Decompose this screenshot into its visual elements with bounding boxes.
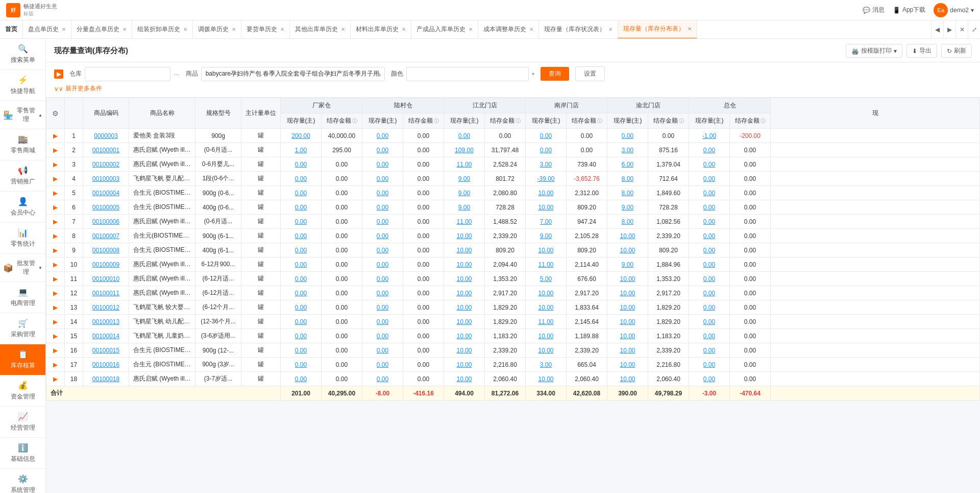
query-btn[interactable]: 查询 xyxy=(541,67,569,81)
row-expand[interactable]: ▶ xyxy=(46,300,65,315)
row-current xyxy=(771,143,980,157)
nav-arrows: ◀ ▶ ✕ ⤢ xyxy=(931,20,980,39)
tab-stock-status[interactable]: 现存量（库存状况表） ✕ xyxy=(539,20,618,39)
refresh-btn[interactable]: ↻ 刷新 xyxy=(941,44,972,58)
sidebar-item-inventory[interactable]: 📋 库存核算 xyxy=(0,344,45,375)
warehouse-input[interactable] xyxy=(85,67,170,81)
row-expand[interactable]: ▶ xyxy=(46,315,65,329)
row-total-amt: 0.00 xyxy=(730,272,771,286)
close-icon[interactable]: ✕ xyxy=(688,26,692,32)
row-current xyxy=(771,300,980,315)
row-yubei-amt: 1,183.20 xyxy=(648,329,689,343)
close-icon[interactable]: ✕ xyxy=(62,27,66,32)
sidebar-item-retail-mall[interactable]: 🏬 零售商城 xyxy=(0,129,45,160)
row-name: 惠氏启赋 (Wyeth illu... xyxy=(129,372,195,386)
close-icon[interactable]: ✕ xyxy=(608,27,612,32)
row-name: 合生元 (BIOSTIME) ... xyxy=(129,186,195,200)
row-nanan-amt: 739.40 xyxy=(567,157,607,172)
row-expand[interactable]: ▶ xyxy=(46,229,65,243)
row-jiangbei-qty: 10.00 xyxy=(444,286,485,300)
tab-materialout[interactable]: 材料出库单历史 ✕ xyxy=(351,20,411,39)
color-input[interactable] xyxy=(406,67,529,81)
row-expand[interactable]: ▶ xyxy=(46,358,65,372)
sidebar-item-nav[interactable]: ⚡ 快捷导航 xyxy=(0,70,45,101)
user-menu[interactable]: Ea demo2 ▾ xyxy=(934,3,974,17)
close-icon[interactable]: ✕ xyxy=(280,27,284,32)
row-nanan-amt: 665.04 xyxy=(567,358,607,372)
sidebar-item-wholesale[interactable]: 📦 批发管理 ▼ xyxy=(0,254,45,282)
product-input[interactable] xyxy=(201,67,385,81)
row-jiangbei-amt: 2,080.80 xyxy=(485,186,526,200)
tab-cost-adj[interactable]: 成本调整单历史 ✕ xyxy=(478,20,539,39)
row-total-amt: 0.00 xyxy=(730,186,771,200)
sidebar-item-retail-stats[interactable]: 📊 零售统计 xyxy=(0,223,45,254)
row-expand[interactable]: ▶ xyxy=(46,343,65,358)
export-btn[interactable]: ⬇ 导出 xyxy=(906,44,937,58)
close-icon[interactable]: ✕ xyxy=(232,27,236,32)
expand-filter-btn[interactable]: ▶ xyxy=(54,69,63,79)
nav-next-btn[interactable]: ▶ xyxy=(943,20,955,39)
row-expand[interactable]: ▶ xyxy=(46,243,65,257)
app-download-btn[interactable]: 📱 App下载 xyxy=(893,6,925,14)
sidebar-item-biz-mgmt[interactable]: 📈 经营管理 xyxy=(0,407,45,438)
row-seq: 7 xyxy=(65,215,83,229)
sidebar-item-ecommerce[interactable]: 💻 电商管理 xyxy=(0,282,45,313)
tab-zuhe[interactable]: 组装折卸单历史 ✕ xyxy=(132,20,193,39)
tab-stock-dist[interactable]: 现存量（库存分布表） ✕ xyxy=(618,20,697,39)
tab-diaob[interactable]: 调拨单历史 ✕ xyxy=(193,20,241,39)
nav-expand-btn[interactable]: ⤢ xyxy=(968,20,980,39)
message-btn[interactable]: 💬 消息 xyxy=(863,6,885,14)
row-total-qty: 0.00 xyxy=(689,272,730,286)
row-expand[interactable]: ▶ xyxy=(46,215,65,229)
row-expand[interactable]: ▶ xyxy=(46,172,65,186)
table-container[interactable]: ⚙ 商品编码 商品名称 规格型号 主计量单位 厂家仓 陆村仓 江北门店 南岸门店… xyxy=(46,98,980,493)
sidebar-item-marketing[interactable]: 📢 营销推广 xyxy=(0,160,45,192)
sidebar-item-basic-info[interactable]: ℹ️ 基础信息 xyxy=(0,438,45,469)
tab-otherout[interactable]: 其他出库单历史 ✕ xyxy=(290,20,351,39)
sidebar-item-purchase[interactable]: 🛒 采购管理 xyxy=(0,313,45,344)
row-expand[interactable]: ▶ xyxy=(46,372,65,386)
nav-close-btn[interactable]: ✕ xyxy=(955,20,968,39)
sidebar-item-finance[interactable]: 💰 资金管理 xyxy=(0,375,45,407)
row-expand[interactable]: ▶ xyxy=(46,257,65,272)
row-expand[interactable]: ▶ xyxy=(46,286,65,300)
sidebar-item-member[interactable]: 👤 会员中心 xyxy=(0,192,45,223)
warehouse-dots[interactable]: ··· xyxy=(174,70,180,78)
close-icon[interactable]: ✕ xyxy=(402,27,406,32)
settings-gear-icon[interactable]: ⚙ xyxy=(52,109,59,118)
arrow-up-icon: ▲ xyxy=(38,113,42,118)
close-icon[interactable]: ✕ xyxy=(341,27,345,32)
close-icon[interactable]: ✕ xyxy=(469,27,473,32)
settings-btn[interactable]: 设置 xyxy=(575,66,605,81)
tab-yaohuo[interactable]: 要货单历史 ✕ xyxy=(241,20,290,39)
row-expand[interactable]: ▶ xyxy=(46,157,65,172)
close-icon[interactable]: ✕ xyxy=(183,27,187,32)
row-code: 00100006 xyxy=(83,215,129,229)
row-spec: 400g (6-1... xyxy=(195,243,241,257)
sidebar-item-search[interactable]: 🔍 搜索英单 xyxy=(0,39,45,70)
row-lu-amt: 0.00 xyxy=(403,229,444,243)
row-expand[interactable]: ▶ xyxy=(46,272,65,286)
close-icon[interactable]: ✕ xyxy=(529,27,533,32)
row-lu-amt: 0.00 xyxy=(403,286,444,300)
row-expand[interactable]: ▶ xyxy=(46,129,65,143)
expand-more-btn[interactable]: ∨∨ 展开更多条件 xyxy=(54,84,972,93)
row-expand[interactable]: ▶ xyxy=(46,329,65,343)
tab-fenpan[interactable]: 分量盘点单历史 ✕ xyxy=(71,20,132,39)
row-jiangbei-qty: 10.00 xyxy=(444,329,485,343)
tab-pandian[interactable]: 盘点单历史 ✕ xyxy=(23,20,71,39)
row-factory-amt: 0.00 xyxy=(322,186,362,200)
tab-home[interactable]: 首页 xyxy=(0,20,23,39)
sidebar-item-retail-mgmt[interactable]: 🏪 零售管理 ▲ xyxy=(0,101,45,129)
row-expand[interactable]: ▶ xyxy=(46,200,65,215)
row-factory-amt: 0.00 xyxy=(322,243,362,257)
row-expand[interactable]: ▶ xyxy=(46,186,65,200)
sidebar-item-system[interactable]: ⚙️ 系统管理 xyxy=(0,469,45,493)
close-icon[interactable]: ✕ xyxy=(122,27,127,32)
print-btn[interactable]: 🖨️ 按模版打印 ▾ xyxy=(846,44,902,58)
nav-prev-btn[interactable]: ◀ xyxy=(931,20,943,39)
info-icon: ⓘ xyxy=(516,118,521,124)
row-total-qty: 0.00 xyxy=(689,343,730,358)
row-expand[interactable]: ▶ xyxy=(46,143,65,157)
tab-product-in[interactable]: 产成品入库单历史 ✕ xyxy=(411,20,478,39)
